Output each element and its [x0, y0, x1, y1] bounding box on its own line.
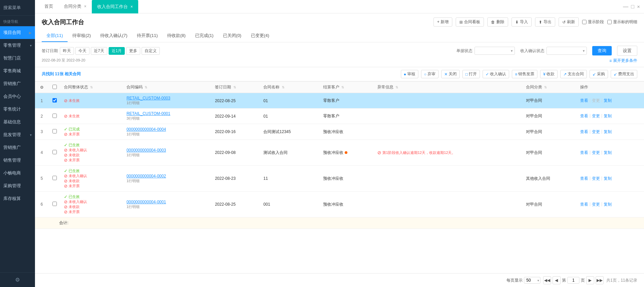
- op-btn-变更[interactable]: 变更: [592, 113, 600, 119]
- op-btn-变更[interactable]: 变更: [592, 176, 600, 181]
- fee-expense-btn[interactable]: ↙ 费用支出: [611, 70, 637, 78]
- contract-code-link[interactable]: 0000000000004-0004: [126, 127, 166, 132]
- close-window-icon[interactable]: ×: [637, 4, 640, 10]
- date-btn-yesterday[interactable]: 昨天: [60, 47, 74, 55]
- sidebar-item-wholesale-mgmt[interactable]: 批发管理 ▾: [0, 128, 35, 141]
- date-btn-last7days[interactable]: 近7天: [91, 47, 107, 55]
- op-btn-查看[interactable]: 查看: [580, 113, 588, 119]
- income-confirm-select[interactable]: [546, 47, 587, 55]
- close-tab-income-workbench[interactable]: ×: [130, 4, 133, 9]
- sidebar-item-inventory[interactable]: 库存核算: [0, 192, 35, 205]
- sidebar-item-purchase[interactable]: 采购管理: [0, 179, 35, 192]
- status-tab-pending-review[interactable]: 待审核(2): [68, 30, 96, 42]
- date-btn-today[interactable]: 今天: [75, 47, 89, 55]
- op-btn-变更[interactable]: 变更: [592, 150, 600, 156]
- op-btn-变更[interactable]: 变更: [592, 202, 600, 207]
- op-btn-复制[interactable]: 复制: [604, 176, 612, 181]
- minimize-icon[interactable]: —: [623, 4, 629, 10]
- maximize-icon[interactable]: □: [631, 4, 635, 10]
- row-checkbox[interactable]: [52, 176, 57, 180]
- purchase-btn[interactable]: ↙ 采购: [590, 70, 608, 78]
- row-checkbox[interactable]: [52, 98, 57, 102]
- tab-contract-category[interactable]: 合同分类 ×: [59, 0, 92, 13]
- op-btn-查看[interactable]: 查看: [580, 150, 588, 156]
- close-tab-contract-category[interactable]: ×: [84, 4, 86, 9]
- date-btn-custom[interactable]: 自定义: [142, 47, 160, 55]
- row-checkbox[interactable]: [52, 150, 57, 154]
- error-info-cell: [374, 166, 523, 192]
- sidebar-item-project[interactable]: 项目合同 ▶: [0, 26, 35, 39]
- review-btn[interactable]: ● 审核: [401, 70, 418, 78]
- next-page-btn[interactable]: ▶: [586, 276, 594, 284]
- status-tab-pending-collect[interactable]: 待收款(8): [162, 30, 190, 42]
- op-btn-复制[interactable]: 复制: [604, 98, 612, 104]
- contract-code-link[interactable]: 0000000000004-0001: [126, 200, 166, 204]
- status-tab-all[interactable]: 全部(11): [42, 30, 68, 42]
- op-btn-变更[interactable]: 变更: [592, 129, 600, 135]
- contract-code-link[interactable]: RETAIL_CUSTOM-0001: [126, 111, 170, 116]
- contract-code-link[interactable]: 0000000000004-0002: [126, 174, 166, 178]
- row-checkbox[interactable]: [52, 114, 57, 118]
- contract-code-link[interactable]: RETAIL_CUSTOM-0003: [126, 96, 170, 100]
- collect-btn[interactable]: ¥ 收款: [540, 70, 558, 78]
- select-all-checkbox[interactable]: [52, 85, 57, 89]
- op-btn-查看[interactable]: 查看: [580, 176, 588, 181]
- op-btn-查看[interactable]: 查看: [580, 98, 588, 104]
- settings-button[interactable]: ⚙: [0, 272, 35, 287]
- show-markings-checkbox[interactable]: 显示标的明细: [607, 19, 637, 25]
- new-button[interactable]: + 新增: [433, 17, 452, 27]
- sidebar-item-marketing[interactable]: 营销推广: [0, 77, 35, 90]
- status-tab-pending-income[interactable]: 待收入确认(7): [96, 30, 132, 42]
- export-button[interactable]: ⬆ 导出: [535, 17, 555, 27]
- sidebar-item-smart-store[interactable]: 智慧门店: [0, 52, 35, 65]
- status-tab-changed[interactable]: 已变更(4): [246, 30, 274, 42]
- contract-category-cell: 对甲合同: [523, 93, 577, 109]
- col-check: [48, 82, 61, 93]
- op-btn-查看[interactable]: 查看: [580, 202, 588, 207]
- tab-home[interactable]: 首页: [39, 0, 59, 13]
- close-btn[interactable]: ✕ 关闭: [441, 70, 460, 78]
- last-page-btn[interactable]: ▶▶: [596, 276, 604, 284]
- sidebar-item-retail-mall[interactable]: 零售商城: [0, 65, 35, 77]
- tab-income-workbench[interactable]: 收入合同工作台 ×: [92, 0, 138, 13]
- sidebar-search[interactable]: 搜索菜单: [0, 0, 35, 16]
- setting-button[interactable]: 设置: [617, 46, 637, 56]
- sidebar-item-base-info[interactable]: 基础信息: [0, 116, 35, 128]
- income-confirm-btn[interactable]: ✓ 收入确认: [483, 70, 509, 78]
- op-btn-复制[interactable]: 复制: [604, 150, 612, 156]
- import-button[interactable]: ⬇ 导入: [512, 17, 532, 27]
- sidebar-item-sales-mgmt[interactable]: 销售管理: [0, 154, 35, 167]
- op-btn-复制[interactable]: 复制: [604, 113, 612, 119]
- delete-button[interactable]: 🗑 删除: [487, 17, 508, 27]
- sales-invoice-btn[interactable]: ≡ 销售发票: [512, 70, 537, 78]
- date-btn-last1month[interactable]: 近1月: [109, 47, 125, 55]
- sidebar-item-retail-stats[interactable]: 零售统计: [0, 103, 35, 116]
- prev-page-btn[interactable]: ◀: [553, 276, 561, 284]
- sidebar-item-marketing2[interactable]: 营销推广: [0, 141, 35, 154]
- status-tab-closed[interactable]: 已关闭(0): [218, 30, 246, 42]
- op-btn-复制[interactable]: 复制: [604, 202, 612, 207]
- date-btn-more[interactable]: 更多: [126, 47, 140, 55]
- op-btn-复制[interactable]: 复制: [604, 129, 612, 135]
- page-input[interactable]: [567, 277, 579, 284]
- sidebar-item-retail-mgmt[interactable]: 零售管理 ▾: [0, 39, 35, 52]
- abandon-btn[interactable]: ○ 弃审: [421, 70, 439, 78]
- query-button[interactable]: 查询: [592, 46, 612, 55]
- op-btn-查看[interactable]: 查看: [580, 129, 588, 135]
- page-size-select[interactable]: 10 20 50 100: [524, 277, 540, 284]
- status-tab-completed[interactable]: 已完成(1): [190, 30, 218, 42]
- refresh-button[interactable]: ↺ 刷新: [559, 17, 579, 27]
- open-btn[interactable]: □ 打开: [462, 70, 480, 78]
- dashboard-button[interactable]: ⊞ 合同看板: [456, 17, 484, 27]
- first-page-btn[interactable]: ◀◀: [543, 276, 551, 284]
- status-tab-pending-invoice[interactable]: 待开票(11): [132, 30, 162, 42]
- expand-more-btn[interactable]: ≡ 展开更多条件: [609, 58, 637, 64]
- row-checkbox[interactable]: [52, 202, 57, 206]
- sidebar-item-xiaochang[interactable]: 小畅电商: [0, 167, 35, 179]
- doc-status-select[interactable]: [475, 47, 515, 55]
- expense-contract-btn[interactable]: ↗ 支出合同: [560, 70, 587, 78]
- show-stages-checkbox[interactable]: 显示阶段: [582, 19, 604, 25]
- sidebar-item-member[interactable]: 会员中心: [0, 90, 35, 103]
- contract-code-link[interactable]: 0000000000004-0003: [126, 148, 166, 153]
- row-checkbox[interactable]: [52, 129, 57, 133]
